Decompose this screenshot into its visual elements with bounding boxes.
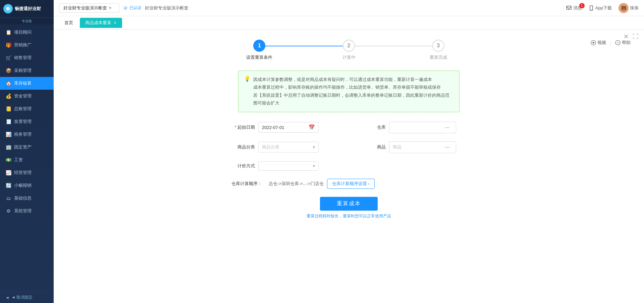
sidebar-item-label: 固定资产 [14,144,48,150]
start-date-label: 起始日期 [231,124,258,130]
sidebar-item-label: 项目顾问 [14,29,48,35]
step-1-circle: 1 [253,40,265,52]
help-link[interactable]: ? 帮助 [615,40,631,46]
verified-label: 已认证 [129,5,142,11]
step-2-line [349,46,438,46]
app-download-label: App下载 [595,5,612,11]
sidebar-item-label: 基础信息 [14,195,48,201]
video-link[interactable]: 视频 [591,40,606,46]
step-3-label: 重算完成 [430,54,447,60]
form-row-3: 计价方式 ▾ [231,161,466,171]
svg-point-2 [591,9,592,10]
tab-recalc-label: 商品成本重算 [85,20,111,26]
topbar: 好业财专业版演示帐套 ▾ 已认证 好业财专业版演示帐套 消息 1 [54,0,644,16]
logo-text-block: 畅捷通好业财 [15,6,41,11]
finance-icon: 💰 [5,93,11,99]
logo-name: 畅捷通好业财 [15,6,41,11]
warehouse-input[interactable]: ··· [389,122,456,133]
recalc-section: 重算成本 重算过程耗时较长，重算时您可以正常使用产品 [231,197,466,219]
account-selector[interactable]: 好业财专业版演示帐套 ▾ [59,3,119,13]
sidebar: 畅 畅捷通好业财 专业版 📋 项目顾问 🎁 营销推广 🛒 销售管理 📦 采购管理… [0,0,54,303]
invoice-icon: 🧾 [5,119,11,124]
help-label: 帮助 [622,40,631,46]
form-row-1: 起始日期 2022-07-01 📅 仓库 ··· [231,122,466,133]
video-label: 视频 [597,40,606,46]
goods-label: 商品 [362,144,389,150]
sidebar-item-inventory[interactable]: 🏠 库存核算 [0,77,54,90]
info-line-1: 因成本计算参数调整，或是对商品成本有疑问时，可以通过成本重算功能，重新计算一遍成… [253,76,453,83]
calc-order-row: 仓库计算顺序： 总仓->深圳仓库->...->门店仓 仓库计算顺序设置 › [231,179,466,189]
form-group-goods: 商品 商品 ··· [362,141,466,153]
chevron-down-icon: ▾ [313,145,315,149]
sidebar-item-ledger[interactable]: 📒 总账管理 [0,102,54,115]
help-divider: | [610,40,611,45]
form-row-2: 商品分类 商品分类 ▾ 商品 商品 ··· [231,141,466,153]
calendar-icon[interactable]: 📅 [309,124,315,130]
form-section: 起始日期 2022-07-01 📅 仓库 ··· 商品分 [231,122,466,219]
topbar-actions: 消息 1 App下载 🐻 珠珠 [566,3,639,13]
goods-ellipsis-btn[interactable]: ··· [442,144,452,151]
sidebar-item-system[interactable]: ⚙ 系统管理 [0,205,54,217]
assets-icon: 🏢 [5,144,11,150]
sidebar-item-sales[interactable]: 🛒 销售管理 [0,51,54,64]
sidebar-item-payroll[interactable]: 💵 工资 [0,154,54,166]
inventory-icon: 🏠 [5,81,11,86]
form-group-start-date: 起始日期 2022-07-01 📅 [231,122,335,133]
sidebar-item-invoice[interactable]: 🧾 发票管理 [0,115,54,128]
sidebar-item-label: 营销推广 [14,42,48,48]
sidebar-item-purchase[interactable]: 📦 采购管理 [0,64,54,77]
svg-rect-0 [567,6,571,9]
calc-order-settings-button[interactable]: 仓库计算顺序设置 › [327,179,375,189]
info-line-4: 围可能会扩大 [253,99,453,107]
sidebar-item-label: 采购管理 [14,68,48,74]
sidebar-item-label: 库存核算 [14,80,48,86]
close-button[interactable]: ✕ [624,33,629,40]
goods-placeholder: 商品 [393,144,401,150]
step-3-circle: 3 [432,40,444,52]
sidebar-item-marketing[interactable]: 🎁 营销推广 [0,39,54,51]
purchase-icon: 📦 [5,68,11,73]
user-avatar: 🐻 [619,3,629,13]
sidebar-item-finance[interactable]: 💰 资金管理 [0,90,54,102]
sidebar-logo: 畅 畅捷通好业财 [0,0,54,18]
recalc-button[interactable]: 重算成本 [320,197,378,211]
warehouse-ellipsis-btn[interactable]: ··· [442,124,452,131]
sidebar-item-expense[interactable]: 🔄 小畅报销 [0,179,54,192]
sidebar-item-label: 资金管理 [14,93,48,99]
payroll-icon: 💵 [5,157,11,163]
play-icon [591,40,596,45]
basic-icon: 🗂 [5,196,11,201]
project-icon: 📋 [5,30,11,35]
svg-text:?: ? [617,41,619,45]
sidebar-item-tax[interactable]: 📊 税务管理 [0,128,54,141]
sidebar-item-label: 发票管理 [14,119,48,125]
app-download-button[interactable]: App下载 [589,5,612,11]
tab-home[interactable]: 首页 [59,18,78,28]
sidebar-item-ops[interactable]: 📈 经营管理 [0,166,54,179]
shield-icon [123,5,128,11]
sidebar-item-assets[interactable]: 🏢 固定资产 [0,141,54,154]
step-1: 1 设置重算条件 [215,40,304,60]
tax-icon: 📊 [5,132,11,137]
category-select[interactable]: 商品分类 ▾ [258,142,319,153]
sidebar-item-project[interactable]: 📋 项目顾问 [0,26,54,39]
step-2: 2 计算中 [304,40,394,60]
sidebar-item-label: 系统管理 [14,208,48,214]
tab-recalc[interactable]: 商品成本重算 ✕ [80,18,122,28]
pricing-select[interactable]: ▾ [258,161,319,171]
goods-input[interactable]: 商品 ··· [389,141,456,153]
account-selector-text: 好业财专业版演示帐套 [63,5,107,11]
expand-button[interactable]: ⛶ [633,33,639,40]
step-3: 3 重算完成 [393,40,483,60]
start-date-input[interactable]: 2022-07-01 📅 [258,122,319,133]
ops-icon: 📈 [5,170,11,175]
message-button[interactable]: 消息 1 [566,5,582,11]
sidebar-pin-toggle[interactable]: ◄ ◄ 取消固定 [0,292,54,303]
sidebar-item-basic[interactable]: 🗂 基础信息 [0,192,54,205]
info-box: 💡 因成本计算参数调整，或是对商品成本有疑问时，可以通过成本重算功能，重新计算一… [238,71,460,112]
main-area: 好业财专业版演示帐套 ▾ 已认证 好业财专业版演示帐套 消息 1 [54,0,644,303]
user-menu[interactable]: 🐻 珠珠 [619,3,639,13]
sidebar-item-label: 经营管理 [14,170,48,176]
tab-close-icon[interactable]: ✕ [113,20,117,25]
tab-home-label: 首页 [64,20,73,26]
